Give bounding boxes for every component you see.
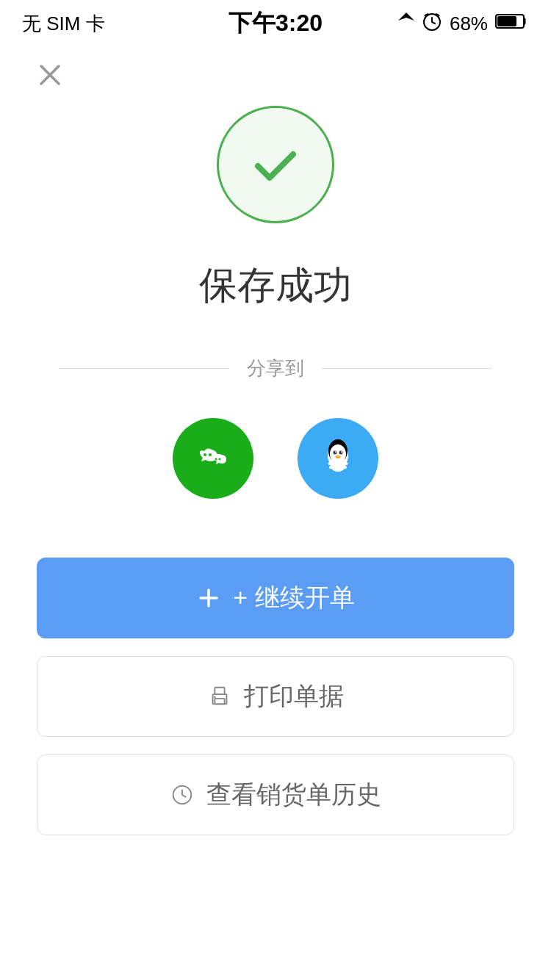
svg-point-26 [339, 451, 343, 455]
success-icon-circle [217, 106, 334, 223]
location-icon [398, 12, 414, 36]
svg-point-13 [219, 458, 221, 461]
svg-point-11 [209, 453, 212, 456]
svg-point-32 [342, 462, 348, 466]
plus-icon [196, 586, 221, 610]
wechat-share-button[interactable] [173, 418, 253, 499]
svg-point-27 [335, 451, 336, 453]
history-label: 查看销货单历史 [206, 778, 381, 812]
share-label: 分享到 [229, 356, 322, 381]
status-time: 下午3:20 [228, 7, 323, 40]
close-button[interactable] [29, 54, 71, 96]
status-bar: 无 SIM 卡 下午3:20 68 [0, 0, 551, 47]
history-button[interactable]: 查看销货单历史 [37, 754, 514, 835]
battery-text: 68% [450, 12, 488, 35]
share-icons-row [173, 418, 378, 499]
svg-point-25 [334, 451, 337, 455]
continue-order-label: + 继续开单 [233, 581, 354, 615]
svg-point-38 [214, 696, 216, 699]
svg-point-10 [204, 453, 206, 456]
status-left: 无 SIM 卡 [22, 11, 112, 37]
svg-line-41 [182, 795, 186, 797]
status-right: 68% [398, 11, 529, 37]
success-title: 保存成功 [199, 260, 352, 311]
main-content: 保存成功 分享到 [0, 47, 551, 980]
battery-icon [495, 12, 529, 35]
history-icon [170, 782, 195, 807]
print-button[interactable]: 打印单据 [37, 656, 514, 737]
alarm-icon [422, 11, 442, 37]
print-label: 打印单据 [244, 680, 344, 713]
svg-point-12 [215, 458, 217, 461]
share-divider: 分享到 [0, 356, 551, 381]
svg-point-31 [328, 462, 335, 466]
svg-line-3 [432, 22, 435, 24]
svg-rect-36 [215, 688, 224, 694]
svg-rect-37 [215, 699, 224, 705]
divider-right [322, 368, 492, 369]
carrier-text: 无 SIM 卡 [22, 11, 105, 37]
svg-point-29 [336, 455, 341, 458]
qq-share-button[interactable] [298, 418, 378, 499]
action-buttons: + 继续开单 打印单据 查看销货单历史 [0, 558, 551, 835]
svg-point-28 [341, 451, 342, 453]
svg-rect-5 [497, 16, 516, 26]
print-icon [207, 684, 232, 709]
divider-left [59, 368, 229, 369]
continue-order-button[interactable]: + 继续开单 [37, 558, 514, 638]
